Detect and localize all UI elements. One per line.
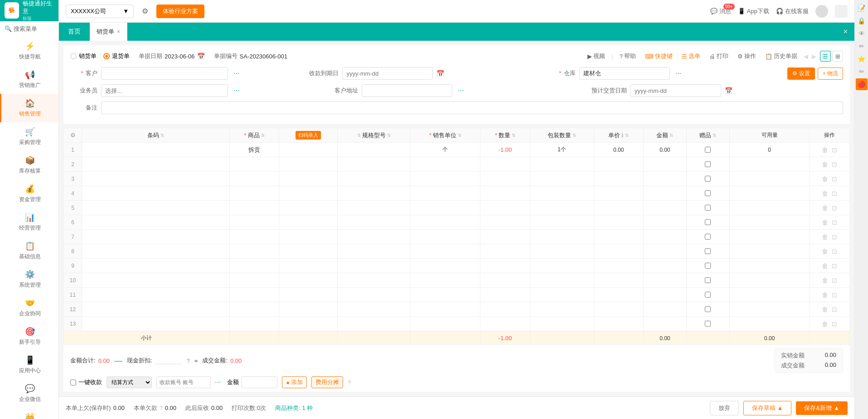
history-order-button[interactable]: 📋 历史单据 (762, 51, 800, 62)
warehouse-select-button[interactable]: ··· (674, 69, 683, 77)
grid-view-button[interactable]: ⊞ (832, 51, 843, 62)
gift-checkbox[interactable] (705, 234, 711, 240)
row-price[interactable] (594, 186, 643, 201)
customer-address-select-button[interactable]: ··· (456, 87, 466, 95)
copy-row-icon[interactable]: ⊡ (832, 204, 837, 212)
delete-row-icon[interactable]: 🗑 (822, 306, 828, 313)
row-product[interactable] (229, 157, 279, 172)
right-panel-icon-3[interactable]: 👁 (856, 28, 868, 39)
right-panel-icon-1[interactable]: 📝 (856, 2, 868, 14)
copy-row-icon[interactable]: ⊡ (832, 161, 837, 168)
row-barcode[interactable] (82, 273, 230, 288)
row-qty[interactable] (480, 273, 530, 288)
row-barcode[interactable] (82, 288, 230, 302)
sidebar-item-quick-nav[interactable]: ⚡ 快捷导航 (0, 37, 58, 65)
notes-input[interactable] (101, 101, 843, 114)
row-product[interactable] (229, 259, 279, 273)
list-view-button[interactable]: ☰ (820, 51, 831, 62)
quick-pay-checkbox-input[interactable] (70, 380, 76, 385)
gift-checkbox[interactable] (705, 263, 711, 269)
row-product[interactable] (229, 288, 279, 302)
select-order-button[interactable]: ☰ 选单 (679, 51, 703, 62)
account-input[interactable] (156, 376, 211, 388)
quick-pay-checkbox[interactable]: 一键收款 (70, 378, 102, 386)
copy-row-icon[interactable]: ⊡ (832, 291, 837, 299)
row-spec[interactable] (337, 186, 410, 201)
row-product[interactable] (229, 215, 279, 230)
expense-help-icon[interactable]: ? (348, 379, 351, 386)
row-price[interactable] (594, 201, 643, 215)
payment-date-picker-icon[interactable]: 📅 (436, 70, 444, 77)
radio-return-order[interactable]: 退货单 (103, 52, 130, 60)
delete-row-icon[interactable]: 🗑 (822, 161, 828, 168)
user-avatar[interactable] (815, 5, 828, 18)
row-qty[interactable] (480, 172, 530, 186)
gear-col-icon[interactable]: ⚙ (70, 132, 76, 139)
sidebar-item-base-info[interactable]: 📋 基础信息 (0, 236, 58, 265)
copy-row-icon[interactable]: ⊡ (832, 219, 837, 226)
row-barcode[interactable] (82, 172, 230, 186)
settings-button[interactable]: ⚙ 设置 (787, 67, 815, 80)
logistics-button[interactable]: + 物流 (818, 67, 843, 80)
copy-row-icon[interactable]: ⊡ (832, 262, 837, 270)
delete-row-icon[interactable]: 🗑 (822, 204, 828, 212)
row-barcode[interactable] (82, 259, 230, 273)
row-price[interactable] (594, 259, 643, 273)
row-product[interactable] (229, 201, 279, 215)
message-button[interactable]: 💬 消息 99+ (710, 7, 731, 15)
topbar-settings-button[interactable]: ⚙ (138, 5, 152, 18)
right-panel-icon-7[interactable]: 🔴 (856, 78, 868, 90)
right-panel-icon-5[interactable]: ⭐ (856, 53, 868, 65)
row-qty[interactable] (480, 288, 530, 302)
tab-close-button[interactable]: × (117, 29, 120, 35)
customer-input[interactable] (101, 67, 228, 80)
gift-checkbox[interactable] (705, 190, 711, 196)
user-menu-icon[interactable] (835, 5, 848, 18)
delete-row-icon[interactable]: 🗑 (822, 262, 828, 270)
copy-row-icon[interactable]: ⊡ (832, 277, 837, 284)
gift-checkbox[interactable] (705, 219, 711, 225)
row-barcode[interactable] (82, 143, 230, 157)
row-spec[interactable] (337, 157, 410, 172)
tab-bar-close-button[interactable]: × (837, 23, 854, 41)
sidebar-item-purchase[interactable]: 🛒 采购管理 (0, 122, 58, 151)
video-help-button[interactable]: ▶ 视频 (585, 51, 608, 62)
gift-checkbox[interactable] (705, 292, 711, 298)
row-spec[interactable] (337, 230, 410, 244)
pay-method-select[interactable]: 结算方式 (107, 376, 152, 388)
copy-row-icon[interactable]: ⊡ (832, 190, 837, 197)
print-button[interactable]: 🖨 打印 (707, 51, 731, 62)
row-product[interactable] (229, 317, 279, 331)
delete-row-icon[interactable]: 🗑 (822, 233, 828, 241)
salesperson-input[interactable] (101, 84, 228, 97)
row-product[interactable] (229, 172, 279, 186)
row-barcode[interactable] (82, 215, 230, 230)
gift-checkbox[interactable] (705, 176, 711, 182)
row-qty[interactable] (480, 244, 530, 259)
help-button[interactable]: ? 帮助 (617, 51, 639, 62)
row-product[interactable] (229, 302, 279, 317)
row-spec[interactable] (337, 172, 410, 186)
copy-row-icon[interactable]: ⊡ (832, 175, 837, 183)
row-barcode[interactable] (82, 317, 230, 331)
sidebar-item-app[interactable]: 📱 应用中心 (0, 351, 58, 379)
delete-row-icon[interactable]: 🗑 (822, 291, 828, 299)
sidebar-item-inventory[interactable]: 📦 库存核算 (0, 151, 58, 179)
row-product[interactable] (229, 186, 279, 201)
row-price[interactable] (594, 302, 643, 317)
row-qty[interactable] (480, 230, 530, 244)
shortcut-button[interactable]: ⌨ 快捷键 (642, 51, 675, 62)
delete-row-icon[interactable]: 🗑 (822, 248, 828, 255)
right-panel-icon-6[interactable]: ✏ (856, 66, 868, 77)
right-panel-icon-2[interactable]: 🔒 (856, 15, 868, 27)
gift-checkbox[interactable] (705, 161, 711, 167)
save-new-button[interactable]: 保存&新增 ▲ (796, 401, 848, 415)
gift-checkbox[interactable] (705, 248, 711, 254)
radio-sales-order[interactable]: 销货单 (70, 52, 97, 60)
sidebar-item-wechat[interactable]: 💬 企业微信 (0, 379, 58, 408)
row-price[interactable] (594, 215, 643, 230)
row-spec[interactable] (337, 273, 410, 288)
expected-date-input[interactable] (630, 84, 721, 97)
app-download-button[interactable]: 📱 App下载 (738, 7, 769, 15)
row-qty[interactable] (480, 317, 530, 331)
